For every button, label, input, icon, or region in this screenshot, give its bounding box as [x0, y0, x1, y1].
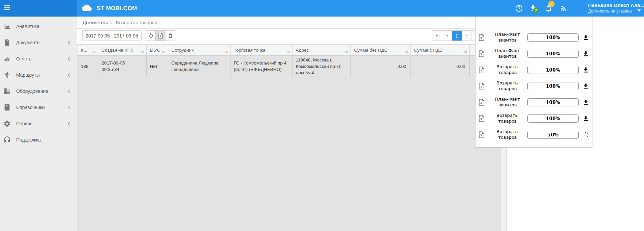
download-item-label: Возвраты товаров: [488, 113, 527, 124]
sidebar-item-label: Отчеты: [16, 56, 32, 61]
svg-text:x: x: [481, 101, 482, 104]
sidebar-item-label: Документы: [16, 40, 40, 45]
sidebar-item-label: Поддержка: [16, 137, 41, 143]
rss-icon[interactable]: [559, 4, 568, 12]
chevron-down-icon[interactable]: [162, 49, 165, 54]
chevron-left-icon: [68, 41, 70, 45]
date-range-input[interactable]: [82, 30, 142, 41]
breadcrumb-separator: /: [111, 20, 113, 25]
download-file-button[interactable]: [582, 34, 590, 41]
svg-text:x: x: [481, 85, 482, 88]
column-header-created[interactable]: Создан на КПК: [98, 45, 146, 56]
download-icon: [582, 115, 589, 122]
chevron-down-icon[interactable]: [464, 49, 467, 54]
downloads-tray-button[interactable]: 7: [529, 4, 537, 12]
progress-bar[interactable]: 100%: [527, 33, 579, 42]
download-item: x План-Факт визитов 100%: [476, 94, 592, 110]
sidebar-item-directories[interactable]: Справочники: [0, 99, 77, 116]
downloads-count-badge: 7: [533, 7, 539, 13]
progress-value: 100%: [528, 34, 578, 41]
column-header-outlet[interactable]: Торговая точка: [230, 45, 292, 56]
progress-bar[interactable]: 100%: [527, 50, 579, 58]
download-icon: [582, 50, 589, 57]
cell-outlet: ГС - Комсомольский пр 4 (вт, пт) (ЕЖЕДНЕ…: [230, 56, 292, 78]
chevron-down-icon[interactable]: [286, 49, 290, 54]
progress-bar[interactable]: 100%: [527, 66, 579, 74]
download-icon: [582, 83, 589, 89]
download-item-label: Возвраты товаров: [488, 129, 527, 140]
download-file-button[interactable]: [582, 99, 590, 106]
sidebar-toggle-button[interactable]: [0, 0, 77, 17]
excel-file-icon: x: [479, 115, 485, 122]
svg-text:x: x: [481, 52, 482, 56]
sidebar-item-equipment[interactable]: Оборудование: [0, 83, 77, 99]
download-item-label: План-Факт визитов: [488, 32, 527, 43]
chevron-left-icon: [68, 122, 70, 126]
chevron-left-icon: [68, 73, 70, 77]
chevron-down-icon[interactable]: [141, 49, 144, 54]
page-number-button[interactable]: 1: [452, 31, 462, 41]
table-row[interactable]: 188 2017-09-05 09:35:34 Нет Середенина Л…: [78, 56, 500, 78]
sidebar-item-analytics[interactable]: Аналитика: [0, 18, 77, 34]
excel-file-icon: x: [479, 67, 485, 73]
column-header-sum-vat[interactable]: Сумма с НДС: [410, 45, 469, 56]
sidebar-item-service[interactable]: Сервис: [0, 116, 77, 132]
chevron-down-icon[interactable]: [345, 49, 348, 54]
hamburger-icon: [3, 4, 11, 13]
column-header-in-us[interactable]: В УС: [146, 45, 168, 56]
sidebar-item-routes[interactable]: Маршруты: [0, 67, 77, 83]
column-header-sum-no-vat[interactable]: Сумма без НДС: [350, 45, 410, 56]
delete-button[interactable]: [165, 31, 175, 41]
svg-text:x: x: [481, 117, 482, 121]
download-file-button[interactable]: [582, 83, 590, 89]
next-page-button[interactable]: [462, 31, 471, 41]
column-header-id[interactable]: К...: [78, 45, 98, 56]
progress-bar[interactable]: 50%: [527, 131, 579, 139]
progress-bar[interactable]: 100%: [527, 98, 579, 106]
documents-grid: К... Создан на КПК В УС Сотрудник Торгов…: [77, 44, 501, 231]
download-item-label: Возвраты товаров: [488, 64, 527, 76]
notifications-bell-button[interactable]: 20: [545, 4, 553, 12]
chevron-down-icon[interactable]: [405, 49, 408, 54]
breadcrumb: Документы / Возвраты товаров: [83, 17, 157, 28]
sidebar-item-documents[interactable]: Документы: [0, 34, 77, 51]
download-item-label: План-Факт визитов: [488, 48, 527, 59]
sidebar-item-label: Сервис: [16, 121, 32, 126]
chevron-down-icon[interactable]: [92, 49, 96, 54]
column-header-address[interactable]: Адрес: [292, 45, 350, 56]
column-header-employee[interactable]: Сотрудник: [168, 45, 230, 56]
progress-value: 100%: [528, 82, 578, 90]
first-page-button[interactable]: [432, 31, 442, 41]
download-file-button[interactable]: [582, 67, 590, 73]
cell-address: 119048, Москва г, Комсомольский пр-кт, д…: [292, 56, 350, 78]
sidebar-item-label: Аналитика: [16, 24, 39, 29]
progress-value: 100%: [528, 99, 578, 106]
brand: ST MOBI.COM: [82, 0, 137, 17]
chevron-down-icon: [637, 7, 641, 13]
breadcrumb-divider: [77, 28, 506, 29]
progress-bar[interactable]: 100%: [527, 114, 579, 123]
download-file-button[interactable]: [582, 50, 590, 57]
headset-icon: [3, 136, 11, 144]
refresh-button[interactable]: [146, 31, 156, 41]
download-icon: [582, 34, 589, 41]
chevron-down-icon[interactable]: [224, 49, 228, 54]
progress-bar[interactable]: 100%: [527, 82, 579, 90]
app-root: ST MOBI.COM 7 20 Панькина Олеся Але... Д…: [0, 0, 644, 231]
gear-icon: [3, 120, 11, 127]
chevron-left-icon: [68, 57, 70, 61]
prev-page-icon: [445, 33, 449, 38]
sidebar-item-support[interactable]: Поддержка: [0, 132, 77, 148]
cloud-logo-icon: [82, 4, 92, 12]
cell-in-us: Нет: [146, 56, 168, 78]
cell-sum-vat: 0.00: [410, 56, 469, 78]
excel-file-icon: x: [479, 50, 485, 57]
breadcrumb-section-link[interactable]: Документы: [83, 20, 108, 25]
download-file-button[interactable]: [582, 115, 590, 122]
help-icon[interactable]: [515, 4, 523, 12]
export-excel-button[interactable]: x: [156, 31, 165, 41]
excel-file-icon: x: [479, 99, 485, 106]
sidebar-item-reports[interactable]: Отчеты: [0, 51, 77, 67]
user-menu[interactable]: Панькина Олеся Але... Должность не указа…: [588, 2, 639, 14]
prev-page-button[interactable]: [442, 31, 452, 41]
